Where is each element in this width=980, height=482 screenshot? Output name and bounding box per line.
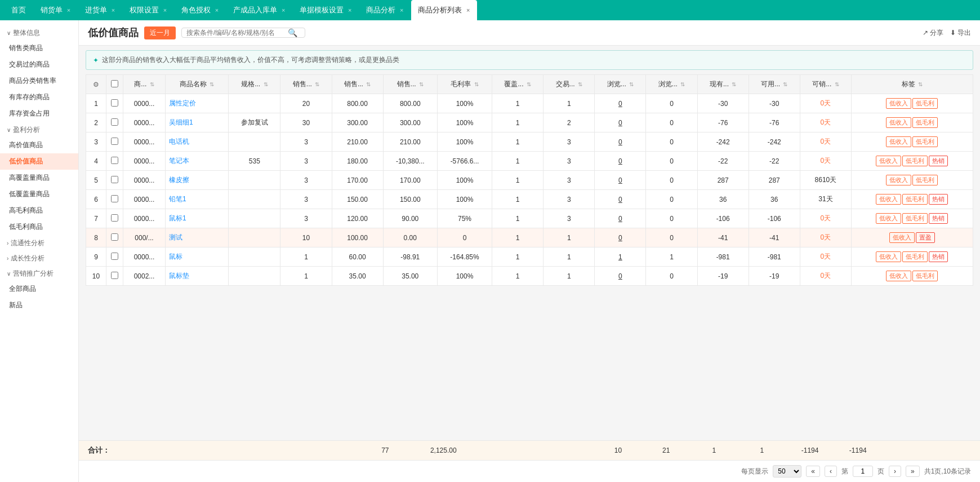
product-name[interactable]: 鼠标垫 xyxy=(166,267,229,286)
sidebar-item-high-value[interactable]: 高价值商品 xyxy=(0,137,78,153)
view-link[interactable]: 0 xyxy=(618,119,622,127)
views1[interactable]: 0 xyxy=(595,190,646,209)
settings-icon[interactable]: ⚙ xyxy=(93,81,99,89)
view-link[interactable]: 0 xyxy=(618,215,622,223)
chevron-right-icon[interactable]: › xyxy=(7,255,8,262)
row-checkbox-cell[interactable] xyxy=(106,228,123,247)
nav-product-analysis-list[interactable]: 商品分析列表 × xyxy=(411,0,476,20)
product-name[interactable]: 属性定价 xyxy=(166,94,229,113)
view-link[interactable]: 0 xyxy=(618,176,622,184)
settings-column-header[interactable]: ⚙ xyxy=(86,75,106,94)
close-icon[interactable]: × xyxy=(348,7,351,14)
nav-sales-order[interactable]: 销货单 × xyxy=(34,0,77,20)
row-checkbox[interactable] xyxy=(111,195,118,202)
col-header-available[interactable]: 可用... ⇅ xyxy=(749,75,800,94)
nav-product-analysis[interactable]: 商品分析 × xyxy=(359,0,410,20)
col-header-spec[interactable]: 规格... ⇅ xyxy=(229,75,280,94)
close-icon[interactable]: × xyxy=(112,7,115,14)
prev-page-button[interactable]: ‹ xyxy=(825,466,837,477)
col-header-views1[interactable]: 浏览... ⇅ xyxy=(595,75,646,94)
view-link[interactable]: 0 xyxy=(618,272,622,280)
views1[interactable]: 0 xyxy=(595,267,646,286)
views1[interactable]: 0 xyxy=(595,113,646,132)
col-header-views2[interactable]: 浏览... ⇅ xyxy=(646,75,697,94)
col-header-code[interactable]: 商... ⇅ xyxy=(123,75,166,94)
col-header-sellable[interactable]: 可销... ⇅ xyxy=(800,75,851,94)
next-page-button[interactable]: › xyxy=(889,466,901,477)
col-header-stock[interactable]: 现有... ⇅ xyxy=(697,75,749,94)
sidebar-item-new-products[interactable]: 新品 xyxy=(0,297,78,313)
export-button[interactable]: ⬇ 导出 xyxy=(950,28,971,38)
view-link[interactable]: 0 xyxy=(618,234,622,242)
sidebar-item-high-margin[interactable]: 高毛利商品 xyxy=(0,202,78,219)
nav-permissions[interactable]: 权限设置 × xyxy=(123,0,173,20)
close-icon[interactable]: × xyxy=(466,7,470,14)
row-checkbox-cell[interactable] xyxy=(106,152,123,171)
close-icon[interactable]: × xyxy=(215,7,219,14)
view-link[interactable]: 0 xyxy=(618,157,622,165)
product-name[interactable]: 鼠标 xyxy=(166,247,229,267)
nav-template-settings[interactable]: 单据模板设置 × xyxy=(293,0,358,20)
product-name[interactable]: 测试 xyxy=(166,228,229,247)
close-icon[interactable]: × xyxy=(163,7,167,14)
date-filter-button[interactable]: 近一月 xyxy=(144,26,176,39)
view-link[interactable]: 0 xyxy=(618,196,622,204)
views1[interactable]: 0 xyxy=(595,132,646,152)
page-number-input[interactable] xyxy=(853,466,873,477)
table-container[interactable]: ⚙ 商... ⇅ 商品名称 ⇅ 规格... ⇅ 销售... ⇅ 销售... ⇅ … xyxy=(79,74,980,440)
nav-home[interactable]: 首页 xyxy=(5,0,33,20)
sidebar-item-stock-funds[interactable]: 库存资金占用 xyxy=(0,105,78,122)
row-checkbox-cell[interactable] xyxy=(106,190,123,209)
product-name[interactable]: 橡皮擦 xyxy=(166,171,229,190)
first-page-button[interactable]: « xyxy=(806,466,820,477)
sidebar-item-low-value[interactable]: 低价值商品 xyxy=(0,153,78,170)
col-header-sales-profit[interactable]: 销售... ⇅ xyxy=(383,75,437,94)
product-name[interactable]: 鼠标1 xyxy=(166,209,229,228)
search-icon[interactable]: 🔍 xyxy=(288,28,297,37)
views1[interactable]: 0 xyxy=(595,94,646,113)
chevron-down-icon[interactable]: ∨ xyxy=(7,30,11,36)
sidebar-item-stocked-products[interactable]: 有库存的商品 xyxy=(0,89,78,105)
product-name[interactable]: 铅笔1 xyxy=(166,190,229,209)
select-all-checkbox[interactable] xyxy=(111,80,118,87)
row-checkbox-cell[interactable] xyxy=(106,132,123,152)
col-header-name[interactable]: 商品名称 ⇅ xyxy=(166,75,229,94)
row-checkbox[interactable] xyxy=(111,138,118,145)
row-checkbox[interactable] xyxy=(111,233,118,241)
row-checkbox-cell[interactable] xyxy=(106,267,123,286)
nav-purchase-order[interactable]: 进货单 × xyxy=(78,0,122,20)
sidebar-item-low-coverage[interactable]: 低覆盖量商品 xyxy=(0,186,78,202)
share-button[interactable]: ↗ 分享 xyxy=(923,28,943,38)
col-header-sales-qty[interactable]: 销售... ⇅ xyxy=(280,75,332,94)
product-name[interactable]: 吴细细1 xyxy=(166,113,229,132)
view-link[interactable]: 1 xyxy=(618,253,622,261)
views1[interactable]: 0 xyxy=(595,152,646,171)
row-checkbox-cell[interactable] xyxy=(106,247,123,267)
nav-product-in[interactable]: 产成品入库单 × xyxy=(226,0,292,20)
col-header-trade[interactable]: 交易... ⇅ xyxy=(544,75,595,94)
row-checkbox-cell[interactable] xyxy=(106,171,123,190)
sidebar-item-high-coverage[interactable]: 高覆盖量商品 xyxy=(0,170,78,186)
row-checkbox[interactable] xyxy=(111,214,118,222)
row-checkbox[interactable] xyxy=(111,118,118,126)
row-checkbox-cell[interactable] xyxy=(106,113,123,132)
views1[interactable]: 1 xyxy=(595,247,646,267)
views1[interactable]: 0 xyxy=(595,171,646,190)
view-link[interactable]: 0 xyxy=(618,100,622,108)
nav-role-auth[interactable]: 角色授权 × xyxy=(175,0,225,20)
close-icon[interactable]: × xyxy=(67,7,70,14)
product-name[interactable]: 笔记本 xyxy=(166,152,229,171)
row-checkbox[interactable] xyxy=(111,253,118,260)
col-header-coverage[interactable]: 覆盖... ⇅ xyxy=(492,75,544,94)
close-icon[interactable]: × xyxy=(282,7,285,14)
sidebar-item-sales-products[interactable]: 销售类商品 xyxy=(0,40,78,56)
sidebar-item-all-products[interactable]: 全部商品 xyxy=(0,281,78,297)
sidebar-item-traded-products[interactable]: 交易过的商品 xyxy=(0,56,78,73)
row-checkbox-cell[interactable] xyxy=(106,209,123,228)
search-input[interactable] xyxy=(186,29,288,37)
views1[interactable]: 0 xyxy=(595,209,646,228)
row-checkbox-cell[interactable] xyxy=(106,94,123,113)
row-checkbox[interactable] xyxy=(111,176,118,183)
sidebar-item-category-sales[interactable]: 商品分类销售率 xyxy=(0,73,78,89)
sidebar-item-low-margin[interactable]: 低毛利商品 xyxy=(0,219,78,235)
